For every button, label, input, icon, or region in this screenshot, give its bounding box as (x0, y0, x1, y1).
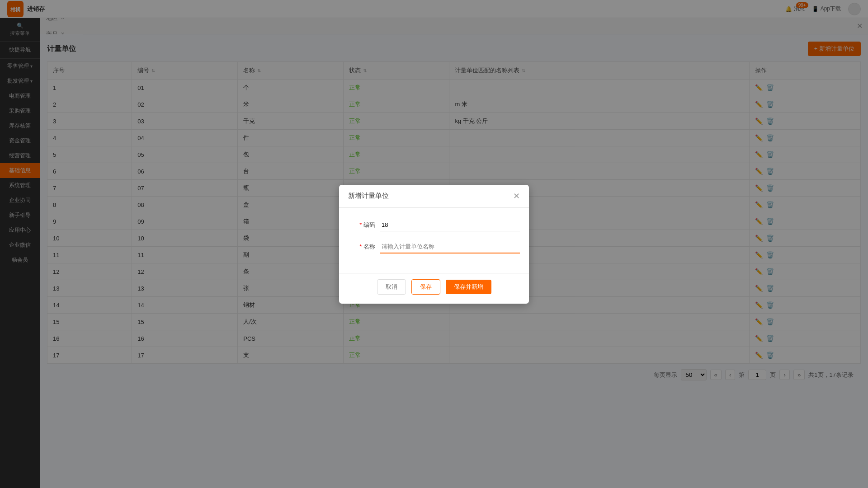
modal-title: 新增计量单位 (348, 192, 389, 200)
modal-close-button[interactable]: ✕ (513, 191, 520, 201)
code-label: 编码 (348, 221, 375, 229)
name-form-row: 名称 (348, 240, 520, 253)
modal-footer: 取消 保存 保存并新增 (339, 273, 529, 304)
cancel-button[interactable]: 取消 (377, 279, 406, 295)
save-and-add-button[interactable]: 保存并新增 (446, 280, 491, 294)
add-unit-modal: 新增计量单位 ✕ 编码 名称 取消 保存 保存并新增 (339, 185, 529, 304)
modal-body: 编码 名称 (339, 208, 529, 273)
modal-overlay[interactable]: 新增计量单位 ✕ 编码 名称 取消 保存 保存并新增 (0, 0, 868, 488)
name-label: 名称 (348, 243, 375, 251)
save-button[interactable]: 保存 (411, 279, 440, 295)
code-input[interactable] (380, 219, 520, 231)
name-input[interactable] (380, 240, 520, 253)
code-form-row: 编码 (348, 219, 520, 231)
modal-header: 新增计量单位 ✕ (339, 185, 529, 208)
